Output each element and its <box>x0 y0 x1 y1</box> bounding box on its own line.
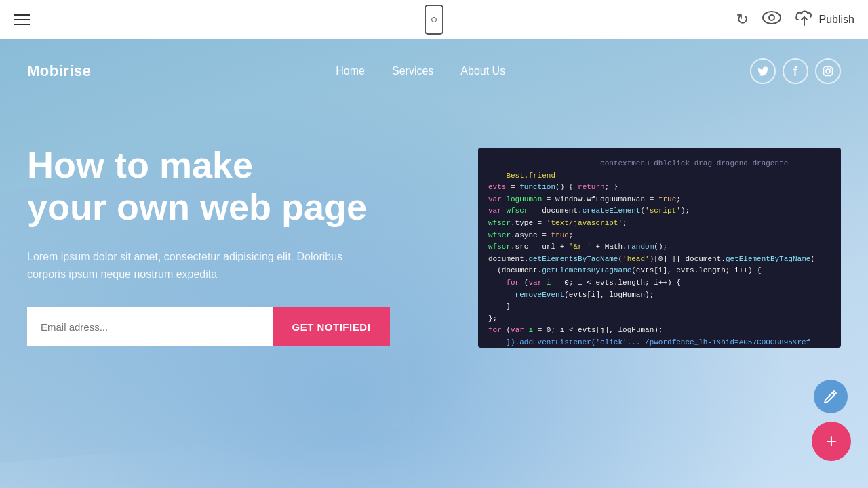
undo-icon[interactable]: ↺ <box>736 11 749 28</box>
svg-point-1 <box>769 15 774 20</box>
fab-add-button[interactable]: + <box>812 422 851 461</box>
toolbar-right: ↺ Publish <box>736 9 854 30</box>
hero-text: How to make your own web page Lorem ipsu… <box>27 144 434 346</box>
hero-section: Mobirise Home Services About Us <box>0 39 868 488</box>
toolbar-center <box>425 5 443 35</box>
nav-services[interactable]: Services <box>392 65 433 77</box>
eye-icon[interactable] <box>762 11 781 28</box>
publish-label: Publish <box>819 14 854 26</box>
code-screenshot: contextmenu dblclick drag dragend dragen… <box>478 148 841 348</box>
code-content: contextmenu dblclick drag dragend dragen… <box>478 148 841 348</box>
svg-point-0 <box>763 12 781 24</box>
instagram-icon[interactable] <box>815 58 841 84</box>
upload-icon <box>795 9 814 30</box>
nav-about[interactable]: About Us <box>460 65 505 77</box>
svg-point-5 <box>830 68 831 70</box>
email-input[interactable] <box>27 307 273 346</box>
fab-pencil-button[interactable] <box>814 380 848 413</box>
twitter-icon[interactable] <box>750 58 776 84</box>
mobile-preview-icon[interactable] <box>425 5 443 35</box>
notify-button[interactable]: GET NOTIFIED! <box>273 307 391 346</box>
nav-links: Home Services About Us <box>336 65 505 77</box>
facebook-icon[interactable] <box>783 58 808 84</box>
site-nav: Mobirise Home Services About Us <box>0 39 868 103</box>
publish-button[interactable]: Publish <box>795 9 854 30</box>
nav-socials <box>750 58 841 84</box>
hero-subtitle: Lorem ipsum dolor sit amet, consectetur … <box>27 248 380 283</box>
toolbar-left <box>14 14 30 25</box>
hero-title: How to make your own web page <box>27 144 434 228</box>
svg-point-4 <box>826 69 830 73</box>
hamburger-icon[interactable] <box>14 14 30 25</box>
email-form: GET NOTIFIED! <box>27 307 390 346</box>
site-logo: Mobirise <box>27 62 91 80</box>
toolbar: ↺ Publish <box>0 0 868 39</box>
nav-home[interactable]: Home <box>336 65 365 77</box>
svg-rect-3 <box>823 67 832 76</box>
